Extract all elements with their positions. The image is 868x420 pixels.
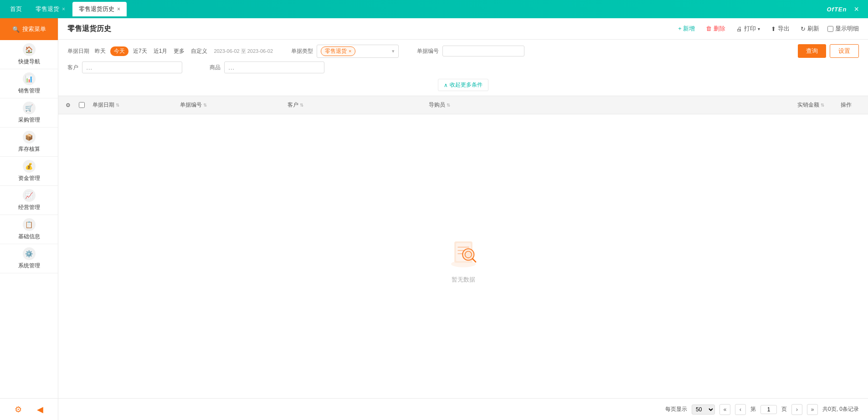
filter-row-2: 客户 ... 商品 ... — [67, 61, 859, 73]
number-filter-label: 单据编号 — [417, 47, 439, 55]
show-detail-checkbox[interactable] — [827, 26, 833, 32]
export-button[interactable]: ⬆ 导出 — [768, 23, 792, 35]
collapse-label: 收起更多条件 — [450, 81, 483, 89]
date-btn-yesterday[interactable]: 昨天 — [93, 46, 108, 56]
sidebar-item-label: 销售管理 — [18, 87, 40, 95]
tab-home[interactable]: 首页 — [4, 2, 28, 16]
sidebar-item-basic-info[interactable]: 📋 基础信息 — [0, 215, 58, 244]
sidebar-item-operations[interactable]: 📈 经营管理 — [0, 186, 58, 215]
th-guide: 导购员 ⇅ — [425, 101, 533, 109]
filter-row-1: 单据日期 昨天 今天 近7天 近1月 更多 自定义 2023-06-02 至 2… — [67, 44, 859, 58]
number-filter-input[interactable] — [442, 46, 524, 56]
sidebar-item-sales-mgmt[interactable]: 📊 销售管理 — [0, 69, 58, 98]
th-customer-sort[interactable]: ⇅ — [300, 102, 303, 108]
th-amount: 实销金额 ⇅ — [740, 101, 828, 109]
system-icon: ⚙️ — [23, 247, 36, 260]
type-tag: 零售退货 × — [321, 46, 355, 56]
main-layout: 🔍 搜索菜单 🏠 快捷导航 📊 销售管理 🛒 采购管理 📦 库存核算 💰 资金管… — [0, 18, 868, 420]
setting-button[interactable]: 设置 — [830, 44, 859, 58]
svg-line-7 — [472, 258, 475, 261]
print-button[interactable]: 🖨 打印 ▾ — [734, 23, 763, 35]
show-detail-label: 显示明细 — [835, 25, 859, 33]
sales-icon: 📊 — [23, 72, 36, 85]
sidebar-item-label: 库存核算 — [18, 145, 40, 153]
empty-state-icon — [443, 229, 484, 270]
date-btn-custom[interactable]: 自定义 — [189, 46, 209, 56]
date-btn-7days[interactable]: 近7天 — [131, 46, 149, 56]
collapse-button[interactable]: ∧ 收起更多条件 — [438, 79, 488, 91]
page-unit-label: 页 — [781, 405, 787, 413]
collapse-icon[interactable]: ◀ — [37, 405, 43, 415]
customer-filter-input[interactable]: ... — [82, 61, 182, 73]
settings-icon[interactable]: ⚙ — [15, 405, 22, 415]
quick-nav-icon: 🏠 — [23, 43, 36, 56]
refresh-button[interactable]: ↻ 刷新 — [798, 23, 822, 35]
export-icon: ⬆ — [771, 26, 776, 32]
type-select-arrow: ▾ — [392, 48, 395, 54]
table-header: ⚙ 单据日期 ⇅ 单据编号 ⇅ 客户 ⇅ 导购员 — [58, 96, 868, 114]
th-setting[interactable]: ⚙ — [62, 102, 74, 108]
top-bar-right: OfTEn × — [827, 5, 864, 14]
th-guide-sort[interactable]: ⇅ — [447, 102, 450, 108]
sidebar-item-label: 资金管理 — [18, 174, 40, 182]
page-size-select[interactable]: 50 10 20 100 — [692, 405, 715, 415]
tab-retail-return-close[interactable]: × — [62, 6, 65, 12]
sidebar-search[interactable]: 🔍 搜索菜单 — [0, 18, 58, 40]
date-range-display: 2023-06-02 至 2023-06-02 — [214, 48, 273, 55]
total-label: 共0页, 0条记录 — [822, 405, 859, 413]
collapse-row: ∧ 收起更多条件 — [67, 77, 859, 91]
goods-filter-input[interactable]: ... — [224, 61, 324, 73]
goods-filter-group: 商品 ... — [210, 61, 324, 73]
next-page-button[interactable]: › — [791, 404, 802, 415]
select-all-checkbox[interactable] — [79, 102, 85, 108]
query-button[interactable]: 查询 — [798, 44, 826, 58]
delete-button[interactable]: 🗑 删除 — [703, 23, 728, 35]
th-amount-sort[interactable]: ⇅ — [821, 102, 824, 108]
th-checkbox[interactable] — [74, 102, 89, 108]
sidebar-item-quick-nav[interactable]: 🏠 快捷导航 — [0, 40, 58, 69]
sidebar-item-label: 采购管理 — [18, 116, 40, 124]
page-size-label: 每页显示 — [665, 405, 687, 413]
inventory-icon: 📦 — [23, 131, 36, 143]
first-page-button[interactable]: « — [719, 404, 730, 415]
date-btn-1month[interactable]: 近1月 — [152, 46, 169, 56]
action-buttons: 查询 设置 — [798, 44, 859, 58]
sidebar-item-inventory[interactable]: 📦 库存核算 — [0, 128, 58, 157]
sidebar-item-finance[interactable]: 💰 资金管理 — [0, 157, 58, 186]
sidebar-search-label: 搜索菜单 — [22, 25, 46, 33]
print-icon: 🖨 — [736, 26, 742, 32]
tab-retail-return-history-close[interactable]: × — [117, 6, 120, 12]
sidebar-item-label: 系统管理 — [18, 262, 40, 270]
date-btn-today[interactable]: 今天 — [110, 46, 128, 56]
type-filter-group: 单据类型 零售退货 × ▾ — [291, 45, 399, 58]
type-tag-close[interactable]: × — [349, 48, 351, 54]
goods-filter-label: 商品 — [210, 64, 221, 72]
sidebar-item-system[interactable]: ⚙️ 系统管理 — [0, 244, 58, 273]
th-customer: 客户 ⇅ — [284, 101, 425, 109]
tab-retail-return-history[interactable]: 零售退货历史 × — [72, 2, 127, 16]
sidebar-item-purchase-mgmt[interactable]: 🛒 采购管理 — [0, 98, 58, 128]
toolbar: + 新增 🗑 删除 🖨 打印 ▾ ⬆ 导出 ↻ 刷新 显示明细 — [675, 23, 859, 35]
sidebar-bottom: ⚙ ◀ — [0, 398, 58, 420]
th-number-sort[interactable]: ⇅ — [203, 102, 207, 108]
finance-icon: 💰 — [23, 160, 36, 173]
th-number: 单据编号 ⇅ — [176, 101, 284, 109]
table-setting-icon[interactable]: ⚙ — [66, 102, 71, 108]
date-btn-more[interactable]: 更多 — [172, 46, 186, 56]
new-button[interactable]: + 新增 — [675, 23, 698, 35]
empty-state: 暂无数据 — [58, 114, 868, 398]
type-filter-select[interactable]: 零售退货 × ▾ — [317, 45, 399, 58]
window-close-button[interactable]: × — [852, 5, 861, 14]
refresh-icon: ↻ — [801, 26, 806, 32]
collapse-icon: ∧ — [444, 82, 448, 88]
page-input[interactable] — [760, 405, 777, 414]
date-filter-buttons: 昨天 今天 近7天 近1月 更多 自定义 2023-06-02 至 2023-0… — [93, 46, 273, 56]
tab-list: 首页 零售退货 × 零售退货历史 × — [4, 2, 827, 16]
pagination-bar: 每页显示 50 10 20 100 « ‹ 第 页 › » 共0页, 0条记录 — [58, 398, 868, 420]
prev-page-button[interactable]: ‹ — [735, 404, 746, 415]
th-date: 单据日期 ⇅ — [89, 101, 176, 109]
brand-label: OfTEn — [827, 6, 847, 13]
th-date-sort[interactable]: ⇅ — [116, 102, 119, 108]
tab-retail-return[interactable]: 零售退货 × — [29, 2, 72, 16]
last-page-button[interactable]: » — [807, 404, 818, 415]
